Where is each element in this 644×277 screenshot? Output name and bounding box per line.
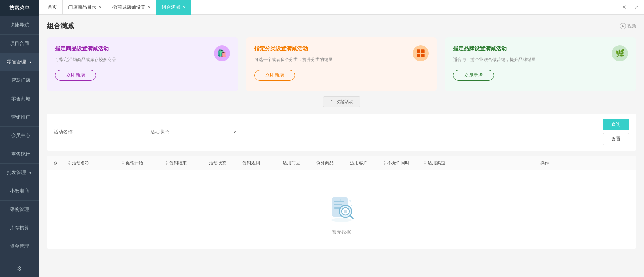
close-combo-discount-tab[interactable]: × [183,5,185,10]
empty-text: 暂无数据 [332,229,351,235]
filter-name-input[interactable] [75,128,142,136]
brand-card-add-btn[interactable]: 立即新增 [453,70,494,81]
goods-card-add-btn[interactable]: 立即新增 [55,70,96,81]
query-btn[interactable]: 查询 [603,119,629,130]
close-window-btn[interactable]: ✕ [619,3,629,12]
th-channel[interactable]: ▲▼ 适用渠道 [420,160,453,166]
setting-btn[interactable]: 设置 [603,133,629,145]
sidebar-item-smart-store[interactable]: 智慧门店 [0,71,39,90]
sidebar-item-purchase-mgmt[interactable]: 采购管理 [0,201,39,219]
th-start[interactable]: ▲▼ 促销开始... [118,160,161,166]
empty-illustration [325,190,358,224]
category-card-title: 指定分类设置满减活动 [254,45,429,52]
th-status: 活动状态 [205,160,238,166]
maximize-window-btn[interactable]: ⤢ [631,3,641,12]
th-action: 操作 [453,160,636,166]
th-goods: 适用商品 [279,160,312,166]
goods-card-title: 指定商品设置满减活动 [55,45,230,52]
page-content: 组合满减 ▶ 视频 指定商品设置满减活动 可指定滞销商品或库存较多商品 🛍️ 立… [39,15,644,277]
category-card-desc: 可选一个或者多个分类，提升分类的销量 [254,56,429,63]
sidebar-item-member-center[interactable]: 会员中心 [0,127,39,145]
category-card-add-btn[interactable]: 立即新增 [254,70,295,81]
filter-buttons: 查询 设置 [603,119,629,145]
th-rule: 促销规则 [238,160,279,166]
filter-row: 活动名称 活动状态 进行中 已结束 未开始 ∨ 查询 设置 [47,114,636,151]
sort-arrows-noconflict: ▲▼ [383,160,386,166]
sidebar-search-menu[interactable]: 搜索菜单 [0,0,39,16]
brand-card-icon: 🌿 [612,45,628,61]
sidebar-item-marketing[interactable]: 营销推广 [0,108,39,127]
svg-point-14 [351,205,352,206]
tab-window-actions: ✕ ⤢ [619,3,641,12]
table-container: ⚙ ▲▼ 活动名称 ▲▼ 促销开始... ▲▼ 促销结束... 活动状态 [47,156,636,249]
filter-name-label: 活动名称 [54,129,73,135]
brand-card-title: 指定品牌设置满减活动 [453,45,628,52]
play-icon: ▶ [620,23,626,29]
category-activity-card: 指定分类设置满减活动 可选一个或者多个分类，提升分类的销量 立即新增 [246,37,437,91]
sort-arrows-start: ▲▼ [122,160,124,166]
filter-status-select[interactable]: 进行中 已结束 未开始 [172,128,239,136]
th-except: 例外商品 [312,160,346,166]
svg-point-11 [344,210,347,213]
main-area: 首页 门店商品目录 × 微商城店铺设置 × 组合满减 × ✕ ⤢ 组合满减 ▶ … [39,0,644,277]
sidebar-settings-icon[interactable]: ⚙ [0,260,39,277]
svg-point-15 [349,200,351,202]
activity-cards: 指定商品设置满减活动 可指定滞销商品或库存较多商品 🛍️ 立即新增 指定分类设置… [47,37,636,91]
sidebar-item-fund-mgmt[interactable]: 资金管理 [0,237,39,256]
sidebar-item-xpay-ecom[interactable]: 小畅电商 [0,182,39,201]
close-wechat-store-settings-tab[interactable]: × [148,5,150,10]
sidebar-item-wholesale-mgmt[interactable]: 批发管理 [0,164,39,182]
empty-state: 暂无数据 [47,170,636,249]
brand-activity-card: 指定品牌设置满减活动 适合与上游企业联合做营销，提升品牌销量 🌿 立即新增 [445,37,636,91]
tab-home[interactable]: 首页 [42,0,63,15]
th-customer: 适用客户 [346,160,379,166]
svg-rect-1 [421,49,425,53]
goods-activity-card: 指定商品设置满减活动 可指定滞销商品或库存较多商品 🛍️ 立即新增 [47,37,238,91]
th-gear[interactable]: ⚙ [47,160,64,166]
tab-bar: 首页 门店商品目录 × 微商城店铺设置 × 组合满减 × ✕ ⤢ [39,0,644,15]
table-header: ⚙ ▲▼ 活动名称 ▲▼ 促销开始... ▲▼ 促销结束... 活动状态 [47,156,636,170]
th-end[interactable]: ▲▼ 促销结束... [161,160,205,166]
filter-status-select-wrapper: 进行中 已结束 未开始 ∨ [172,128,239,136]
sidebar-item-project-contract[interactable]: 项目合同 [0,35,39,53]
collapse-row: ⌃ 收起活动 [47,96,636,107]
sidebar-item-retail-mgmt[interactable]: 零售管理 [0,53,39,71]
goods-card-desc: 可指定滞销商品或库存较多商品 [55,56,230,63]
tab-combo-discount[interactable]: 组合满减 × [156,0,191,15]
sort-arrows-name: ▲▼ [68,160,71,166]
filter-status-label: 活动状态 [150,129,169,135]
sidebar-item-inventory[interactable]: 库存核算 [0,219,39,237]
svg-line-12 [350,215,353,219]
page-header: 组合满减 ▶ 视频 [47,21,636,31]
page-title: 组合满减 [47,21,74,31]
sidebar-item-retail-stats[interactable]: 零售统计 [0,145,39,164]
tab-store-catalog[interactable]: 门店商品目录 × [63,0,107,15]
category-card-icon [413,45,429,61]
svg-rect-2 [417,54,421,57]
sidebar-item-retail-mall[interactable]: 零售商城 [0,90,39,108]
sort-arrows-end: ▲▼ [165,160,168,166]
collapse-activities-btn[interactable]: ⌃ 收起活动 [323,96,360,107]
sort-arrows-channel: ▲▼ [424,160,426,166]
svg-rect-0 [417,49,421,53]
close-store-catalog-tab[interactable]: × [99,5,101,10]
brand-card-desc: 适合与上游企业联合做营销，提升品牌销量 [453,56,628,63]
svg-rect-3 [421,54,425,57]
collapse-icon: ⌃ [330,99,334,104]
th-name[interactable]: ▲▼ 活动名称 [64,160,118,166]
video-link[interactable]: ▶ 视频 [620,23,636,29]
svg-rect-7 [334,204,342,205]
filter-name-item: 活动名称 [54,128,142,136]
sidebar: 搜索菜单 快捷导航 项目合同 零售管理 智慧门店 零售商城 营销推广 会员中心 … [0,0,39,277]
filter-status-item: 活动状态 进行中 已结束 未开始 ∨ [150,128,239,136]
sidebar-item-quick-nav[interactable]: 快捷导航 [0,16,39,35]
tab-wechat-store-settings[interactable]: 微商城店铺设置 × [107,0,156,15]
th-noconflict[interactable]: ▲▼ 不允许同时... [379,160,420,166]
goods-card-icon: 🛍️ [214,45,230,61]
svg-point-13 [340,199,341,201]
svg-point-4 [331,218,352,222]
svg-rect-6 [334,201,344,202]
